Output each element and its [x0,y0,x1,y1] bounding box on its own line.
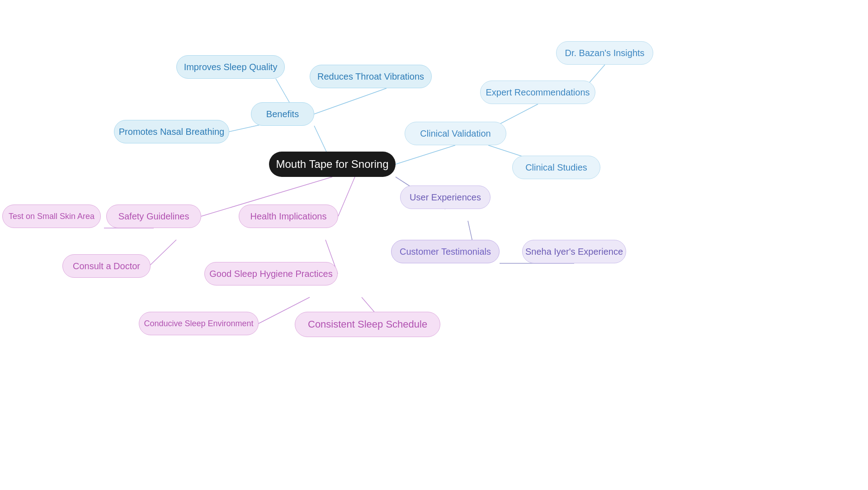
clinical-validation-node[interactable]: Clinical Validation [405,122,506,145]
improves-sleep-node[interactable]: Improves Sleep Quality [176,55,285,79]
clinical-studies-node[interactable]: Clinical Studies [512,156,600,179]
sneha-iyer-node[interactable]: Sneha Iyer's Experience [522,240,626,263]
user-experiences-node[interactable]: User Experiences [400,186,491,209]
test-small-skin-node[interactable]: Test on Small Skin Area [2,205,101,228]
svg-line-8 [338,177,355,216]
reduces-throat-node[interactable]: Reduces Throat Vibrations [310,65,432,88]
consistent-sleep-node[interactable]: Consistent Sleep Schedule [295,312,440,337]
center-node[interactable]: Mouth Tape for Snoring [269,152,396,177]
benefits-node[interactable]: Benefits [251,102,314,126]
conducive-sleep-node[interactable]: Conducive Sleep Environment [139,312,259,335]
safety-guidelines-node[interactable]: Safety Guidelines [106,205,201,228]
expert-rec-node[interactable]: Expert Recommendations [480,81,595,104]
good-sleep-hygiene-node[interactable]: Good Sleep Hygiene Practices [204,262,338,285]
svg-line-4 [396,145,455,164]
customer-testimonials-node[interactable]: Customer Testimonials [391,240,500,263]
svg-line-11 [149,240,176,266]
health-implications-node[interactable]: Health Implications [239,205,338,228]
consult-doctor-node[interactable]: Consult a Doctor [62,254,151,278]
promotes-nasal-node[interactable]: Promotes Nasal Breathing [114,120,229,143]
svg-line-2 [314,88,387,114]
dr-bazan-node[interactable]: Dr. Bazan's Insights [556,41,653,65]
